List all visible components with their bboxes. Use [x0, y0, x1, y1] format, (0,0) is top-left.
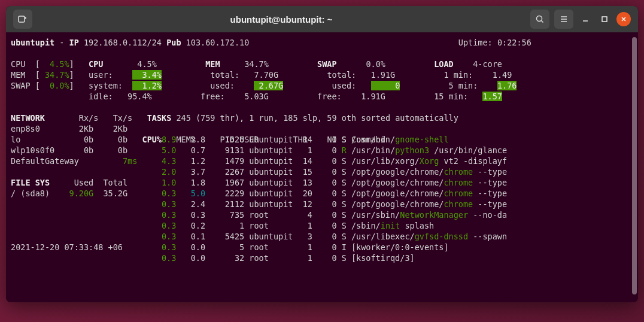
uptime-value: 0:22:56 — [497, 38, 531, 47]
cpu-user: 3.4% — [132, 70, 162, 80]
rx-label: Rx/s — [79, 113, 99, 123]
mem-pct: 34.7% — [244, 59, 269, 69]
terminal-content[interactable]: ubuntupit - IP 192.168.0.112/24 Pub 103.… — [6, 32, 638, 302]
process-row: 0.3 5.0 2229 ubuntupit 20 0 S /opt/googl… — [157, 188, 507, 199]
svg-rect-0 — [19, 16, 25, 22]
cpu-total: 4.5% — [137, 59, 157, 69]
iface-rx: 0b — [84, 135, 93, 144]
cpu-system-label: system: — [89, 81, 123, 90]
plus-tab-icon — [18, 14, 28, 24]
gateway-label: DefaultGateway — [11, 156, 79, 166]
iface-tx: 2Kb — [113, 124, 127, 133]
mem-free-label: free: — [201, 92, 225, 101]
summary-mem-label: MEM — [11, 70, 25, 80]
fs-total: 35.2G — [103, 189, 127, 198]
swap-used-label: used: — [332, 81, 357, 90]
fs-used: 9.20G — [69, 189, 94, 198]
minimize-button[interactable] — [578, 12, 593, 26]
minimize-icon — [582, 16, 589, 23]
swap-total: 1.91G — [371, 70, 396, 80]
mem-used-label: used: — [210, 81, 235, 90]
summary-swap-pct: 0.0% — [50, 81, 69, 90]
window-title: ubuntupit@ubuntupit: ~ — [37, 14, 525, 25]
load-1: 1.49 — [493, 70, 512, 80]
fs-used-label: Used — [74, 178, 94, 187]
hostname: ubuntupit — [11, 38, 54, 47]
iface-name: lo — [11, 135, 20, 144]
swap-title: SWAP — [317, 59, 337, 69]
ip-value: 192.168.0.112/24 — [84, 38, 162, 47]
mem-title: MEM — [205, 59, 220, 69]
load-15: 1.57 — [482, 92, 502, 101]
terminal-window: ubuntupit@ubuntupit: ~ ubuntupit - IP 19… — [6, 6, 638, 302]
pub-ip: 103.60.172.10 — [186, 38, 250, 47]
process-row: 0.3 0.3 735 root 4 0 S /usr/sbin/Network… — [157, 209, 507, 220]
process-row: 0.3 0.0 32 root 1 0 S [ksoftirqd/3] — [157, 253, 415, 263]
close-icon — [621, 16, 627, 22]
titlebar: ubuntupit@ubuntupit: ~ — [6, 6, 638, 32]
svg-point-1 — [537, 16, 542, 22]
load-5-label: 5 min: — [449, 81, 478, 90]
load-5: 1.76 — [497, 81, 517, 90]
maximize-button[interactable] — [597, 12, 612, 26]
search-button[interactable] — [530, 10, 549, 29]
swap-free-label: free: — [317, 92, 342, 101]
swap-total-label: total: — [327, 70, 356, 80]
swap-pct: 0.0% — [366, 59, 385, 69]
uptime-label: Uptime: — [458, 38, 493, 47]
cpu-user-label: user: — [89, 70, 113, 80]
scrollbar[interactable] — [632, 37, 637, 294]
summary-mem-pct: 34.7% — [45, 70, 69, 80]
summary-cpu-label: CPU — [11, 59, 25, 69]
fs-title: FILE SYS — [11, 178, 50, 187]
summary-cpu-pct: 4.5% — [50, 59, 69, 69]
scrollbar-thumb[interactable] — [632, 37, 637, 294]
iface-name: wlp10s0f0 — [11, 145, 54, 155]
process-row: 1.0 1.8 1967 ubuntupit 13 0 S /opt/googl… — [157, 177, 507, 188]
swap-used: 0 — [371, 81, 400, 90]
iface-tx: 0b — [118, 135, 127, 144]
iface-rx: 2Kb — [79, 124, 93, 133]
cpu-system: 1.2% — [132, 81, 162, 90]
process-row: 0.3 0.1 5425 ubuntupit 3 0 S /usr/libexe… — [157, 231, 507, 242]
tx-label: Tx/s — [113, 113, 133, 123]
process-row: 2.0 3.7 2267 ubuntupit 15 0 S /opt/googl… — [157, 166, 507, 177]
hamburger-icon — [560, 15, 568, 23]
cpu-idle-label: idle: — [89, 92, 113, 101]
process-row: 4.3 1.2 1479 ubuntupit 14 0 S /usr/lib/x… — [157, 156, 507, 166]
process-row: 0.3 0.2 1 root 1 0 S /sbin/init splash — [157, 220, 434, 231]
ip-label: IP — [69, 38, 79, 47]
load-core: 4-core — [473, 59, 502, 69]
gateway-latency: 7ms — [123, 156, 137, 166]
iface-tx: 0b — [118, 145, 127, 155]
iface-name: enp8s0 — [11, 124, 40, 133]
cpu-idle: 95.4% — [127, 92, 152, 101]
summary-swap-label: SWAP — [11, 81, 31, 90]
mem-total-label: total: — [210, 70, 239, 80]
load-15-label: 15 min: — [434, 92, 468, 101]
search-icon — [536, 15, 544, 23]
svg-rect-2 — [602, 17, 607, 22]
swap-free: 1.91G — [361, 92, 385, 101]
process-row: 5.0 0.7 9131 ubuntupit 1 0 R /usr/bin/py… — [157, 145, 507, 156]
new-tab-button[interactable] — [13, 10, 32, 29]
pub-label: Pub — [166, 38, 181, 47]
cpu-title: CPU — [89, 59, 103, 69]
mem-free: 5.03G — [244, 92, 269, 101]
mem-used: 2.67G — [254, 81, 283, 90]
load-title: LOAD — [434, 59, 454, 69]
process-row: 0.3 2.4 2112 ubuntupit 12 0 S /opt/googl… — [157, 199, 507, 209]
load-1-label: 1 min: — [443, 70, 473, 80]
iface-rx: 0b — [84, 145, 93, 155]
menu-button[interactable] — [554, 10, 573, 29]
tasks-title: TASKS — [147, 113, 172, 123]
close-button[interactable] — [616, 12, 631, 26]
maximize-icon — [601, 16, 608, 23]
tasks-summary: 245 (759 thr), 1 run, 185 slp, 59 oth so… — [176, 113, 458, 123]
fs-mount: / (sda8) — [11, 189, 50, 198]
footer-timestamp: 2021-12-20 07:33:48 +06 — [11, 242, 123, 252]
mem-total: 7.70G — [254, 70, 278, 80]
fs-total-label: Total — [103, 178, 127, 187]
process-row: 0.3 0.0 5 root 1 0 I [kworker/0:0-events… — [157, 242, 449, 253]
process-row: 8.9 2.8 1626 ubuntupit 14 0 S /usr/bin/g… — [157, 134, 449, 145]
